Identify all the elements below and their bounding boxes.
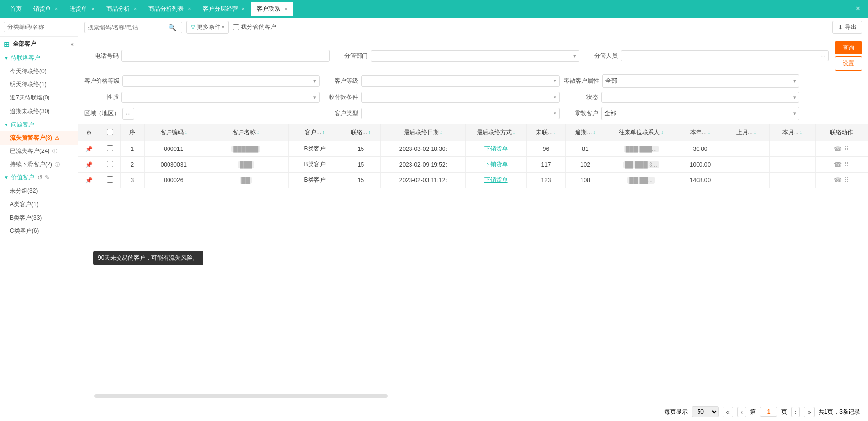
tab-close-icon[interactable]: × xyxy=(91,6,94,12)
row-checkbox[interactable] xyxy=(107,145,113,151)
select-all-checkbox[interactable] xyxy=(107,129,113,135)
sort-icon[interactable]: ↕ xyxy=(322,130,325,135)
sidebar-item-7days[interactable]: 近7天待联络(0) xyxy=(0,91,78,104)
row-pin[interactable]: 📌 xyxy=(78,173,99,188)
filter-status-label: 状态 xyxy=(564,93,598,101)
sidebar-item-churn-warning[interactable]: 流失预警客户(3) ⚠ xyxy=(0,131,78,145)
th-way: 最后联络方式 ↕ xyxy=(466,124,526,141)
more-icon[interactable]: ⠿ xyxy=(844,176,849,184)
filter-region-ellipsis[interactable]: ··· xyxy=(122,108,134,120)
sort-icon[interactable]: ↕ xyxy=(593,130,595,135)
sidebar-all-customers[interactable]: ⊞ 全部客户 « xyxy=(0,37,78,51)
horizontal-scrollbar[interactable] xyxy=(94,394,388,398)
sidebar-group-pending[interactable]: ▼ 待联络客户 xyxy=(0,51,78,65)
filter-payment-select[interactable]: ▾ xyxy=(361,92,559,103)
tab-close-icon[interactable]: × xyxy=(284,6,287,12)
sidebar-item-declining[interactable]: 持续下滑客户(2) ⓘ xyxy=(0,158,78,171)
toolbar-search-input[interactable] xyxy=(88,24,166,31)
filter-nature-select[interactable]: ▾ xyxy=(121,92,320,103)
sort-icon[interactable]: ↕ xyxy=(513,130,515,135)
tab-home[interactable]: 首页 xyxy=(4,2,27,16)
contact-icon[interactable]: ☎ xyxy=(834,145,842,152)
filter-retail-attr-select[interactable]: 全部 ▾ xyxy=(602,74,799,88)
filter-status-select[interactable]: ▾ xyxy=(601,92,799,103)
my-customers-checkbox-label[interactable]: 我分管的客户 xyxy=(233,23,276,31)
sidebar-item-overdue[interactable]: 逾期未联络(30) xyxy=(0,105,78,118)
sort-icon[interactable]: ↕ xyxy=(440,130,442,135)
row-checkbox[interactable] xyxy=(107,176,113,183)
tab-close-icon[interactable]: × xyxy=(242,6,245,12)
sidebar-search-input[interactable] xyxy=(4,22,84,32)
filter-price-tier-select[interactable]: ▾ xyxy=(122,75,320,87)
contact-icon[interactable]: ☎ xyxy=(834,176,842,184)
first-page-button[interactable]: « xyxy=(723,407,733,417)
toolbar: 🔍 ▽ 更多条件 ▾ 我分管的客户 ⬇ 导出 xyxy=(78,18,868,37)
filter-dept-select[interactable]: ▾ xyxy=(371,50,579,62)
sidebar-item-ungrouped[interactable]: 未分组(32) xyxy=(0,184,78,198)
prev-page-button[interactable]: ‹ xyxy=(737,407,746,417)
filter-phone-input[interactable] xyxy=(121,50,330,62)
per-page-select[interactable]: 50 20 100 xyxy=(692,406,719,417)
collapse-icon[interactable]: « xyxy=(71,41,74,48)
tab-customer-contact[interactable]: 客户联系 × xyxy=(251,2,293,16)
filter-retail-customer-select[interactable]: 全部 ▾ xyxy=(601,107,799,120)
query-button[interactable]: 查询 xyxy=(835,41,862,54)
tab-close-icon[interactable]: × xyxy=(188,6,191,12)
edit-icon[interactable]: ✎ xyxy=(45,174,50,181)
row-check[interactable] xyxy=(99,173,121,188)
sidebar-group-value[interactable]: ▼ 价值客户 ↺ ✎ xyxy=(0,171,78,184)
row-way[interactable]: 下销货单 xyxy=(466,173,526,188)
row-pin[interactable]: 📌 xyxy=(78,157,99,173)
tab-close-icon[interactable]: × xyxy=(134,6,137,12)
row-pin[interactable]: 📌 xyxy=(78,141,99,157)
sidebar-item-b-class[interactable]: B类客户(33) xyxy=(0,211,78,224)
sort-icon[interactable]: ↕ xyxy=(554,130,556,135)
toolbar-search-icon[interactable]: 🔍 xyxy=(168,24,176,31)
next-page-button[interactable]: › xyxy=(791,407,800,417)
sort-icon[interactable]: ↕ xyxy=(185,130,187,135)
row-last-month xyxy=(723,157,769,173)
tab-product-analysis[interactable]: 商品分析 × xyxy=(100,2,143,16)
window-close-button[interactable]: × xyxy=(852,4,864,13)
last-page-button[interactable]: » xyxy=(804,407,814,417)
filter-manager-select[interactable]: ··· xyxy=(621,50,829,61)
more-icon[interactable]: ⠿ xyxy=(844,161,849,168)
tab-sales-order[interactable]: 销货单 × xyxy=(27,2,64,16)
tab-close-icon[interactable]: × xyxy=(55,6,58,12)
row-checkbox[interactable] xyxy=(107,161,113,167)
tab-purchase-order[interactable]: 进货单 × xyxy=(64,2,100,16)
more-icon[interactable]: ⠿ xyxy=(844,145,849,152)
tab-product-analysis-list[interactable]: 商品分析列表 × xyxy=(143,2,196,16)
sidebar-item-c-class[interactable]: C类客户(6) xyxy=(0,224,78,238)
settings-button[interactable]: 设置 xyxy=(835,56,862,71)
sort-icon[interactable]: ↕ xyxy=(368,130,371,135)
sort-icon[interactable]: ↕ xyxy=(708,130,710,135)
row-check[interactable] xyxy=(99,141,121,157)
contact-icon[interactable]: ☎ xyxy=(834,161,842,168)
sidebar-item-a-class[interactable]: A类客户(1) xyxy=(0,198,78,211)
my-customers-checkbox[interactable] xyxy=(233,24,239,30)
row-way[interactable]: 下销货单 xyxy=(466,157,526,173)
sidebar-group-problem[interactable]: ▼ 问题客户 xyxy=(0,118,78,131)
sort-icon[interactable]: ↕ xyxy=(754,130,756,135)
page-input[interactable] xyxy=(760,407,777,417)
export-button[interactable]: ⬇ 导出 xyxy=(832,21,862,34)
row-way[interactable]: 下销货单 xyxy=(466,141,526,157)
row-check[interactable] xyxy=(99,157,121,173)
sort-icon[interactable]: ↕ xyxy=(800,130,802,135)
warn-icon: ⚠ xyxy=(55,135,59,141)
toolbar-search-box[interactable]: 🔍 xyxy=(84,22,182,33)
sidebar-item-today[interactable]: 今天待联络(0) xyxy=(0,65,78,78)
settings-icon[interactable]: ⚙ xyxy=(86,129,92,136)
sidebar-item-tomorrow[interactable]: 明天待联络(1) xyxy=(0,78,78,91)
filter-customer-level-select[interactable]: ▾ xyxy=(361,75,559,87)
more-conditions-button[interactable]: ▽ 更多条件 ▾ xyxy=(186,21,229,34)
filter-customer-type-select[interactable]: ▾ xyxy=(361,108,559,119)
refresh-icon[interactable]: ↺ xyxy=(37,174,43,181)
tab-customer-tier[interactable]: 客户分层经营 × xyxy=(197,2,251,16)
row-contacts: ██ ███ 3... xyxy=(605,157,677,173)
th-check[interactable] xyxy=(99,124,121,141)
sort-icon[interactable]: ↕ xyxy=(257,130,259,135)
sort-icon[interactable]: ↕ xyxy=(661,130,663,135)
sidebar-item-churned[interactable]: 已流失客户(24) ⓘ xyxy=(0,145,78,158)
